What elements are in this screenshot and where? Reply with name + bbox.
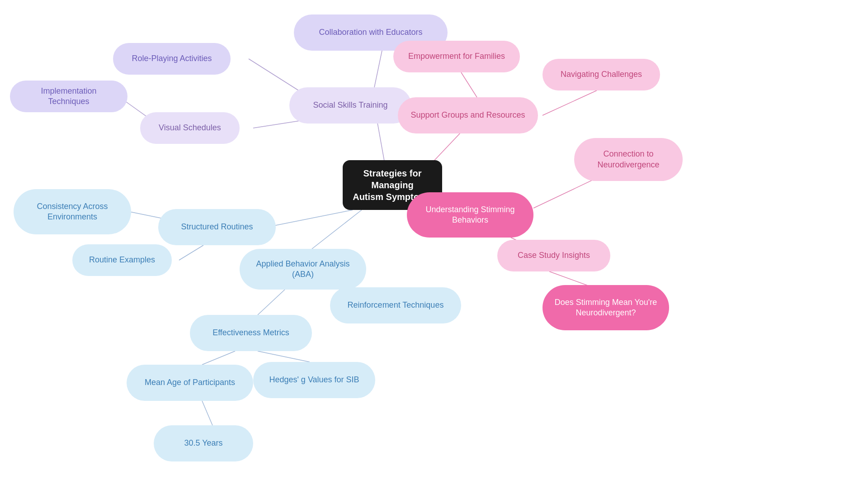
- understanding-stimming-label: Understanding Stimming Behaviors: [425, 205, 514, 226]
- svg-line-14: [258, 351, 310, 362]
- hedges-node: Hedges' g Values for SIB: [253, 362, 375, 398]
- visual-schedules-node: Visual Schedules: [140, 112, 240, 144]
- aba-node: Applied Behavior Analysis (ABA): [240, 249, 366, 290]
- effectiveness-node: Effectiveness Metrics: [190, 315, 312, 351]
- role-playing-node: Role-Playing Activities: [113, 43, 231, 75]
- empowerment-label: Empowerment for Families: [408, 51, 505, 62]
- reinforcement-node: Reinforcement Techniques: [330, 287, 461, 323]
- structured-routines-node: Structured Routines: [158, 209, 276, 245]
- consistency-label: Consistency Across Environments: [37, 201, 108, 223]
- mean-age-node: Mean Age of Participants: [127, 365, 253, 401]
- mean-age-label: Mean Age of Participants: [145, 377, 235, 388]
- reinforcement-label: Reinforcement Techniques: [348, 300, 444, 310]
- effectiveness-label: Effectiveness Metrics: [212, 328, 289, 338]
- years-label: 30.5 Years: [184, 438, 222, 448]
- svg-line-16: [461, 72, 477, 97]
- svg-line-5: [374, 51, 382, 87]
- stimming-neuro-label: Does Stimming Mean You're Neurodivergent…: [555, 297, 657, 319]
- aba-label: Applied Behavior Analysis (ABA): [256, 259, 349, 280]
- case-study-label: Case Study Insights: [518, 250, 590, 261]
- connection-neuro-label: Connection to Neurodivergence: [597, 149, 659, 170]
- svg-line-15: [202, 401, 212, 425]
- support-groups-label: Support Groups and Resources: [410, 110, 525, 120]
- years-node: 30.5 Years: [154, 425, 253, 461]
- role-playing-label: Role-Playing Activities: [132, 53, 212, 64]
- routine-examples-node: Routine Examples: [72, 244, 172, 276]
- understanding-stimming-node: Understanding Stimming Behaviors: [407, 192, 533, 238]
- svg-line-1: [267, 210, 353, 227]
- hedges-label: Hedges' g Values for SIB: [269, 375, 359, 385]
- collab-educators-label: Collaboration with Educators: [319, 27, 422, 38]
- support-groups-node: Support Groups and Resources: [398, 97, 538, 133]
- stimming-neuro-node: Does Stimming Mean You're Neurodivergent…: [542, 285, 669, 330]
- connection-neuro-node: Connection to Neurodivergence: [574, 138, 683, 181]
- nav-challenges-label: Navigating Challenges: [561, 69, 642, 80]
- svg-line-13: [202, 351, 235, 365]
- consistency-node: Consistency Across Environments: [14, 189, 131, 234]
- empowerment-node: Empowerment for Families: [393, 41, 520, 72]
- social-skills-node: Social Skills Training: [289, 87, 411, 124]
- routine-examples-label: Routine Examples: [89, 255, 155, 265]
- visual-schedules-label: Visual Schedules: [159, 123, 221, 133]
- social-skills-label: Social Skills Training: [313, 100, 387, 110]
- case-study-node: Case Study Insights: [497, 240, 610, 271]
- svg-line-2: [312, 210, 362, 249]
- impl-techniques-label: Implementation Techniques: [20, 86, 118, 107]
- structured-routines-label: Structured Routines: [181, 222, 253, 232]
- svg-line-10: [179, 245, 203, 260]
- impl-techniques-node: Implementation Techniques: [10, 81, 127, 112]
- svg-line-17: [542, 90, 597, 115]
- svg-line-11: [258, 290, 285, 315]
- nav-challenges-node: Navigating Challenges: [542, 59, 660, 90]
